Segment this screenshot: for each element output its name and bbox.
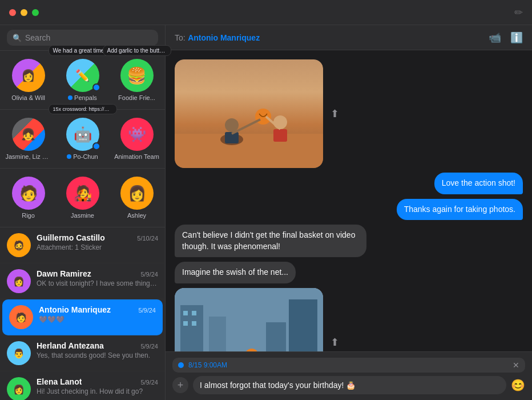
svg-rect-14 — [183, 311, 188, 315]
conv-item-guillermo[interactable]: 🧔 Guillermo Castillo 5/10/24 Attachment:… — [0, 227, 165, 263]
pinned-item-ashley[interactable]: 👩 Ashley — [111, 173, 163, 222]
conv-item-herland[interactable]: 👨 Herland Antezana 5/9/24 Yes, that soun… — [0, 335, 165, 371]
avatar-jasmine-liz: 👧 — [12, 118, 45, 151]
messages-area: ⬆ Love the action shot! Thanks again for… — [166, 50, 532, 351]
conv-name-row-antonio: Antonio Manriquez 5/9/24 — [39, 305, 156, 314]
pin-badge-po-chun — [67, 154, 71, 159]
info-icon[interactable]: ℹ️ — [510, 31, 523, 44]
compose-header: 8/15 9:00AM ✕ — [172, 358, 525, 373]
svg-point-5 — [273, 115, 287, 129]
share-icon-photo2[interactable]: ⬆ — [331, 336, 339, 349]
avatar-olivia-will: 👩 — [12, 59, 45, 92]
tooltip-foodie: Add garlic to the butter, and then... — [103, 45, 171, 56]
svg-rect-15 — [192, 311, 196, 315]
compose-input[interactable] — [193, 376, 506, 394]
conv-item-dawn[interactable]: 👩 Dawn Ramirez 5/9/24 OK to visit tonigh… — [0, 263, 165, 299]
pinned-item-po-chun[interactable]: 15x crossword: https://apple.news/... 🤖 … — [57, 114, 108, 163]
conv-item-elena[interactable]: 👩 Elena Lanot 5/9/24 Hi! Just checking i… — [0, 371, 165, 400]
avatar-wrapper-penpals: ✏️ — [66, 59, 99, 92]
avatar-antonio: 🧑 — [9, 305, 33, 329]
avatar-wrapper-animation-team: 👾 — [120, 118, 154, 151]
compose-close-button[interactable]: ✕ — [513, 361, 519, 370]
avatar-wrapper-jasmine2: 🧑‍🎤 — [66, 177, 99, 210]
conv-details-antonio: Antonio Manriquez 5/9/24 🤎🤎🤎 — [39, 305, 156, 323]
pinned-label-jasmine2: Jasmine — [71, 212, 94, 219]
minimize-button[interactable] — [21, 9, 27, 16]
pinned-label-po-chun: Po-Chun — [73, 153, 98, 160]
compose-add-button[interactable]: + — [172, 377, 188, 393]
avatar-herland: 👨 — [7, 341, 31, 365]
badge-penpals — [92, 83, 100, 91]
compose-area: 8/15 9:00AM ✕ + 😊 — [166, 351, 532, 400]
pinned-item-penpals[interactable]: We had a great time. Home with th... ✏️ … — [57, 55, 108, 105]
pinned-item-jasmine2[interactable]: 🧑‍🎤 Jasmine — [57, 173, 108, 222]
chat-header-to-section: To: Antonio Manriquez — [175, 33, 260, 43]
bubble-msg3: Can't believe I didn't get the final bas… — [175, 225, 366, 257]
compose-icon[interactable]: ✏ — [514, 6, 523, 19]
conv-preview-herland: Yes, that sounds good! See you then. — [37, 351, 158, 359]
search-input[interactable] — [25, 33, 152, 42]
conv-name-guillermo: Guillermo Castillo — [37, 233, 105, 242]
avatar-ashley: 👩 — [120, 177, 154, 210]
pinned-item-jasmine-liz[interactable]: 👧 Jasmine, Liz &... — [2, 114, 54, 163]
search-icon: 🔍 — [13, 34, 22, 42]
photo-scene-basketball2 — [175, 288, 323, 351]
msg-row-photo2: ⬆ — [175, 288, 523, 351]
avatar-jasmine2: 🧑‍🎤 — [66, 177, 99, 210]
conv-time-elena: 5/9/24 — [140, 379, 158, 386]
conversation-list: 🧔 Guillermo Castillo 5/10/24 Attachment:… — [0, 227, 165, 400]
compose-dot — [178, 362, 184, 368]
pinned-label-rigo: Rigo — [22, 212, 35, 219]
pinned-item-animation-team[interactable]: 👾 Animation Team — [111, 114, 163, 163]
svg-rect-12 — [289, 299, 317, 351]
avatar-foodie: 🍔 — [120, 59, 154, 92]
compose-add-icon: + — [178, 379, 184, 391]
photo2-container: ⬆ — [175, 288, 323, 351]
bubble-text-msg3: Can't believe I didn't get the final bas… — [182, 230, 355, 251]
main-content: 🔍 👩 Olivia & Will We had a great time. H… — [0, 25, 532, 400]
avatar-elena: 👩 — [7, 377, 31, 400]
svg-rect-17 — [192, 321, 196, 326]
avatar-rigo: 🧑 — [12, 177, 45, 210]
pinned-label-ashley: Ashley — [127, 212, 146, 219]
avatar-wrapper-po-chun: 🤖 — [66, 118, 99, 151]
maximize-button[interactable] — [32, 9, 39, 16]
compose-header-info: 8/15 9:00AM — [178, 361, 227, 369]
pinned-label-olivia-will: Olivia & Will — [11, 94, 45, 101]
tooltip-po-chun: 15x crossword: https://apple.news/... — [49, 104, 117, 114]
photo1-inner — [175, 59, 323, 168]
close-button[interactable] — [9, 9, 16, 16]
msg-row-msg2: Thanks again for taking photos. — [175, 199, 523, 221]
video-call-icon[interactable]: 📹 — [489, 31, 501, 44]
window-controls — [9, 9, 39, 16]
title-bar: ✏ — [0, 0, 532, 25]
msg-row-msg3: Can't believe I didn't get the final bas… — [175, 225, 523, 257]
conv-details-guillermo: Guillermo Castillo 5/10/24 Attachment: 1… — [37, 233, 158, 251]
conv-name-elena: Elena Lanot — [37, 377, 82, 386]
avatar-animation-team: 👾 — [120, 118, 154, 151]
conv-details-elena: Elena Lanot 5/9/24 Hi! Just checking in.… — [37, 377, 158, 395]
pin-name-row-po-chun: Po-Chun — [67, 153, 98, 160]
share-icon-photo1[interactable]: ⬆ — [331, 107, 339, 120]
compose-emoji-button[interactable]: 😊 — [511, 378, 525, 392]
compose-row: + 😊 — [172, 376, 525, 394]
pinned-item-rigo[interactable]: 🧑 Rigo — [2, 173, 54, 222]
conv-item-antonio[interactable]: 🧑 Antonio Manriquez 5/9/24 🤎🤎🤎 — [2, 299, 163, 335]
bubble-text-msg2: Thanks again for taking photos. — [404, 205, 515, 214]
msg-row-msg4: Imagine the swish of the net... — [175, 262, 523, 283]
bubble-msg4: Imagine the swish of the net... — [175, 262, 296, 283]
pinned-item-foodie[interactable]: Add garlic to the butter, and then... 🍔 … — [111, 55, 163, 105]
pinned-item-olivia-will[interactable]: 👩 Olivia & Will — [2, 55, 54, 105]
bubble-text-msg1: Love the action shot! — [442, 178, 515, 187]
conv-name-row-guillermo: Guillermo Castillo 5/10/24 — [37, 233, 158, 242]
avatar-wrapper-ashley: 👩 — [120, 177, 154, 210]
photo2-inner — [175, 288, 323, 351]
chat-area: To: Antonio Manriquez 📹 ℹ️ — [166, 25, 532, 400]
conv-details-dawn: Dawn Ramirez 5/9/24 OK to visit tonight?… — [37, 269, 158, 287]
conv-time-antonio: 5/9/24 — [138, 307, 156, 314]
pin-name-row-penpals: Penpals — [68, 94, 97, 101]
avatar-guillermo: 🧔 — [7, 233, 31, 257]
bubble-text-msg4: Imagine the swish of the net... — [182, 267, 288, 277]
search-input-container[interactable]: 🔍 — [7, 30, 158, 46]
chat-to-label: To: — [175, 33, 186, 42]
